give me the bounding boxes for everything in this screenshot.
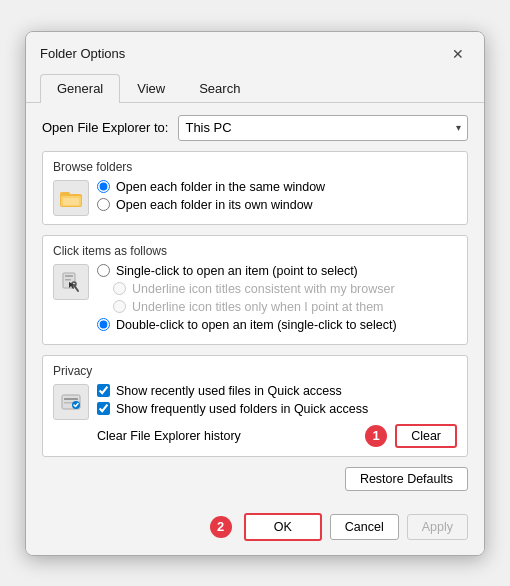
- svg-rect-3: [63, 198, 79, 205]
- recent-files-label[interactable]: Show recently used files in Quick access: [116, 384, 342, 398]
- svg-rect-9: [64, 398, 78, 400]
- clear-button[interactable]: Clear: [395, 424, 457, 448]
- svg-rect-5: [65, 275, 73, 277]
- clear-history-row: Clear File Explorer history 1 Clear: [97, 424, 457, 448]
- dialog-footer: 2 OK Cancel Apply: [26, 503, 484, 555]
- frequent-folders-checkbox[interactable]: [97, 402, 110, 415]
- frequent-folders-label[interactable]: Show frequently used folders in Quick ac…: [116, 402, 368, 416]
- browse-own-label[interactable]: Open each folder in its own window: [116, 198, 313, 212]
- browse-same-row: Open each folder in the same window: [97, 180, 457, 194]
- svg-rect-1: [60, 192, 70, 196]
- underline-point-radio: [113, 300, 126, 313]
- double-click-row: Double-click to open an item (single-cli…: [97, 318, 457, 332]
- underline-browser-row: Underline icon titles consistent with my…: [97, 282, 457, 296]
- recent-files-row: Show recently used files in Quick access: [97, 384, 457, 398]
- open-explorer-label: Open File Explorer to:: [42, 120, 168, 135]
- cancel-button[interactable]: Cancel: [330, 514, 399, 540]
- clear-label: Clear File Explorer history: [97, 429, 357, 443]
- restore-defaults-row: Restore Defaults: [42, 467, 468, 491]
- ok-button[interactable]: OK: [244, 513, 322, 541]
- frequent-folders-row: Show frequently used folders in Quick ac…: [97, 402, 457, 416]
- underline-point-label: Underline icon titles only when I point …: [132, 300, 384, 314]
- tab-view[interactable]: View: [120, 74, 182, 102]
- tabs-bar: General View Search: [26, 66, 484, 103]
- open-explorer-value: This PC: [185, 120, 231, 135]
- privacy-checkboxes: Show recently used files in Quick access…: [97, 384, 457, 448]
- restore-defaults-button[interactable]: Restore Defaults: [345, 467, 468, 491]
- browse-folders-group: Browse folders Open each folder in the s…: [42, 151, 468, 225]
- single-click-label[interactable]: Single-click to open an item (point to s…: [116, 264, 358, 278]
- title-bar: Folder Options ✕: [26, 32, 484, 66]
- open-explorer-select[interactable]: This PC ▾: [178, 115, 468, 141]
- browse-own-radio[interactable]: [97, 198, 110, 211]
- click-items-group: Click items as follows: [42, 235, 468, 345]
- close-button[interactable]: ✕: [446, 42, 470, 66]
- tab-content-general: Open File Explorer to: This PC ▾ Browse …: [26, 103, 484, 503]
- privacy-icon: [53, 384, 89, 420]
- browse-same-radio[interactable]: [97, 180, 110, 193]
- double-click-label[interactable]: Double-click to open an item (single-cli…: [116, 318, 397, 332]
- privacy-label: Privacy: [53, 364, 457, 378]
- underline-browser-label: Underline icon titles consistent with my…: [132, 282, 395, 296]
- browse-own-row: Open each folder in its own window: [97, 198, 457, 212]
- tab-search[interactable]: Search: [182, 74, 257, 102]
- privacy-group: Privacy Show recently used files in Quic…: [42, 355, 468, 457]
- dropdown-arrow-icon: ▾: [456, 122, 461, 133]
- click-items-options: Single-click to open an item (point to s…: [97, 264, 457, 336]
- browse-same-label[interactable]: Open each folder in the same window: [116, 180, 325, 194]
- badge-1: 1: [365, 425, 387, 447]
- tab-general[interactable]: General: [40, 74, 120, 103]
- open-explorer-row: Open File Explorer to: This PC ▾: [42, 115, 468, 141]
- svg-rect-6: [65, 279, 71, 281]
- recent-files-checkbox[interactable]: [97, 384, 110, 397]
- single-click-radio[interactable]: [97, 264, 110, 277]
- underline-point-row: Underline icon titles only when I point …: [97, 300, 457, 314]
- apply-button[interactable]: Apply: [407, 514, 468, 540]
- browse-folders-label: Browse folders: [53, 160, 457, 174]
- click-items-label: Click items as follows: [53, 244, 457, 258]
- badge-2: 2: [210, 516, 232, 538]
- folder-options-dialog: Folder Options ✕ General View Search Ope…: [25, 31, 485, 556]
- single-click-row: Single-click to open an item (point to s…: [97, 264, 457, 278]
- dialog-title: Folder Options: [40, 46, 125, 61]
- underline-browser-radio: [113, 282, 126, 295]
- click-items-icon: [53, 264, 89, 300]
- folder-browse-icon: [53, 180, 89, 216]
- browse-folders-options: Open each folder in the same window Open…: [97, 180, 457, 216]
- double-click-radio[interactable]: [97, 318, 110, 331]
